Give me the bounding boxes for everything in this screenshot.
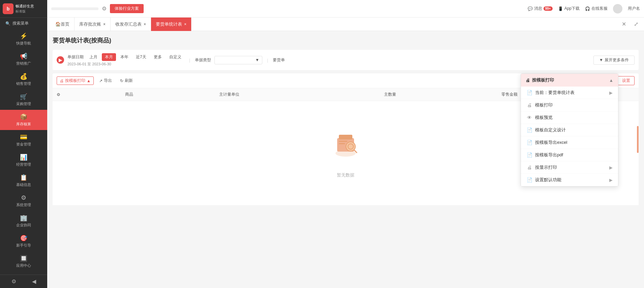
print-dropdown-default-func[interactable]: 📄 设置默认功能 ▶ [521,174,618,186]
svg-rect-7 [339,143,345,144]
sidebar-item-label: 应用中心 [16,263,31,268]
print-dropdown-display-print[interactable]: 🖨 按显示打印 ▶ [521,161,618,174]
main-content: ⚙ 体验行业方案 💬 消息 99+ 📱 App下载 🎧 在线客服 用户名 🏠 [47,0,644,288]
customer-service-icon: 🎧 [585,6,590,11]
sidebar-item-sales[interactable]: 💰 销售管理 [0,69,47,90]
expand-more-btn[interactable]: ▼ 展开更多条件 [593,56,635,65]
settings-footer-btn[interactable]: ⚙ [11,278,16,285]
tab-close-all-btn[interactable]: ✕ [619,20,628,29]
sidebar-item-label: 系统管理 [16,202,31,207]
sidebar-search[interactable]: 🔍 搜索菜单 [0,18,47,29]
app-sub: 标准版 [16,9,34,14]
sidebar-item-label: 营销推广 [16,61,31,66]
sidebar-item-corp[interactable]: 🏢 企业协同 [0,211,47,231]
tab-order-stats[interactable]: 要货单统计表 × [151,18,192,31]
print-dropdown-title: 按模板打印 [532,77,554,83]
topbar-customer-service-label: 在线客服 [591,6,608,11]
sidebar-item-system[interactable]: ⚙ 系统管理 [0,191,47,211]
sidebar-item-quick-nav[interactable]: ⚡ 快捷导航 [0,29,47,49]
scroll-indicator [637,126,639,153]
tab-order-stats-close[interactable]: × [184,22,186,27]
col-settings[interactable]: ⚙ [53,88,121,101]
logo-icon: b [3,3,13,14]
date-btn-custom[interactable]: 自定义 [166,53,184,61]
print-dropdown-current[interactable]: 📄 当前：要货单统计表 ▶ [521,87,618,99]
collapse-footer-btn[interactable]: ◀ [32,278,36,285]
refresh-btn[interactable]: ↻ 刷新 [117,77,136,85]
topbar: ⚙ 体验行业方案 💬 消息 99+ 📱 App下载 🎧 在线客服 用户名 [47,0,644,18]
filter-bar: ▶ 单据日期 上月 本月 本年 近7天 更多 自定义 2023-06-0 [53,50,639,70]
topbar-actions: 💬 消息 99+ 📱 App下载 🎧 在线客服 用户名 [528,4,640,13]
industry-btn[interactable]: 体验行业方案 [110,4,144,13]
expand-more-label: 展开更多条件 [605,57,629,63]
sidebar-item-wechat[interactable]: 💬 企业微信 [0,271,47,275]
user-avatar[interactable] [613,4,622,13]
search-icon: 🔍 [5,21,10,26]
col-quantity: 主数量 [380,88,498,101]
date-btn-this-year[interactable]: 本年 [117,53,131,61]
export-btn[interactable]: ↗ 导出 [96,77,115,85]
print-template-btn[interactable]: 🖨 按模板打印 ▲ [57,76,94,85]
corp-icon: 🏢 [20,214,27,222]
print-dropdown-template-excel[interactable]: 📄 按模板导出excel [521,136,618,149]
date-btn-this-month[interactable]: 本月 [102,53,116,61]
print-icon: 🖨 [60,78,64,83]
sales-icon: 💰 [20,73,27,80]
date-range-display: 2023-06-01 至 2023-06-30 [67,62,184,67]
date-btn-7days[interactable]: 近7天 [133,53,149,61]
tab-batch-account-close[interactable]: × [103,22,106,27]
export-icon: ↗ [99,78,103,83]
template-design-label: 模板自定义设计 [535,127,566,133]
topbar-search[interactable] [51,7,98,10]
operation-icon: 📊 [20,154,27,161]
app-download-icon: 📱 [558,6,563,11]
message-badge: 99+ [544,6,553,11]
topbar-message[interactable]: 💬 消息 99+ [528,6,553,11]
type-filter-label: 单据类型 [195,57,211,63]
sidebar-search-label: 搜索菜单 [12,21,29,26]
current-report-icon: 📄 [526,90,532,95]
template-pdf-icon: 📄 [526,152,532,158]
date-btn-more[interactable]: 更多 [151,53,165,61]
filter-expand-btn[interactable]: ▶ [57,56,64,64]
tab-collect-report[interactable]: 收发存汇总表 × [111,18,151,31]
sidebar-item-guide[interactable]: 🎯 新手引导 [0,231,47,251]
default-func-icon: 📄 [526,177,532,183]
sidebar-item-label: 库存核算 [16,122,31,127]
tab-collect-report-label: 收发存汇总表 [115,21,142,27]
type-filter-dropdown[interactable]: ▼ [214,56,262,64]
print-dropdown-icon: 🖨 [526,78,530,83]
template-print-icon: 🖨 [526,102,532,108]
type-filter-chevron: ▼ [255,58,259,62]
refresh-label: 刷新 [125,78,133,84]
date-filter-label: 单据日期 [67,54,84,60]
default-func-arrow: ▶ [609,178,613,183]
current-report-label: 当前：要货单统计表 [535,90,575,96]
print-dropdown-template-pdf[interactable]: 📄 按模板导出pdf [521,149,618,161]
quick-nav-icon: ⚡ [20,32,27,40]
topbar-gear-icon[interactable]: ⚙ [102,5,107,12]
date-btn-last-month[interactable]: 上月 [86,53,100,61]
print-dropdown-template-preview[interactable]: 👁 模板预览 [521,111,618,124]
print-dropdown-template-design[interactable]: 📄 模板自定义设计 [521,124,618,136]
sidebar-item-label: 经营管理 [16,162,31,167]
sidebar-item-inventory[interactable]: 📦 库存核算 [0,110,47,130]
tab-batch-account[interactable]: 库存批次账 × [75,18,111,31]
sidebar-item-purchase[interactable]: 🛒 采购管理 [0,90,47,110]
print-dropdown-template-print[interactable]: 🖨 模板打印 [521,99,618,111]
settings-btn[interactable]: 设置 [618,76,635,85]
tab-expand-btn[interactable]: ⤢ [631,20,641,29]
apps-icon: 🔲 [20,255,27,262]
sidebar-item-apps[interactable]: 🔲 应用中心 [0,251,47,271]
tab-home[interactable]: 🏠 首页 [51,18,75,31]
print-dropdown-close-chevron[interactable]: ▲ [609,78,613,83]
sidebar-item-label: 销售管理 [16,81,31,86]
sidebar-item-finance[interactable]: 💳 资金管理 [0,130,47,150]
sidebar-item-marketing[interactable]: 📢 营销推广 [0,49,47,69]
sidebar-item-operation[interactable]: 📊 经营管理 [0,150,47,170]
sidebar-item-basic[interactable]: 📋 基础信息 [0,170,47,191]
topbar-customer-service[interactable]: 🎧 在线客服 [585,6,608,11]
topbar-app-download[interactable]: 📱 App下载 [558,6,580,11]
tab-collect-report-close[interactable]: × [144,22,146,27]
display-print-arrow: ▶ [609,165,613,170]
